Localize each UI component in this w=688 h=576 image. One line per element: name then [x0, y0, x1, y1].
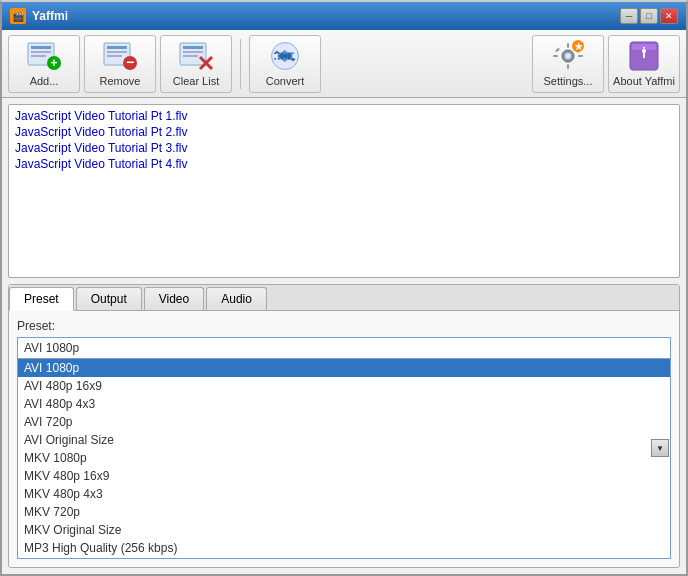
- clear-list-label: Clear List: [173, 75, 219, 87]
- dropdown-item[interactable]: AVI 480p 16x9: [18, 377, 670, 395]
- svg-rect-8: [107, 51, 127, 53]
- dropdown-item[interactable]: AVI 1080p: [18, 359, 670, 377]
- tab-preset[interactable]: Preset: [9, 287, 74, 311]
- svg-rect-28: [553, 55, 558, 57]
- dropdown-item[interactable]: MKV Original Size: [18, 521, 670, 539]
- dropdown-item[interactable]: AVI 480p 4x3: [18, 395, 670, 413]
- list-item: JavaScript Video Tutorial Pt 4.flv: [12, 156, 676, 172]
- tab-video[interactable]: Video: [144, 287, 204, 310]
- app-icon: 🎬: [10, 8, 26, 24]
- list-item: JavaScript Video Tutorial Pt 1.flv: [12, 108, 676, 124]
- tab-bar: Preset Output Video Audio: [9, 285, 679, 311]
- svg-rect-27: [567, 64, 569, 69]
- about-label: About Yaffmi: [613, 75, 675, 87]
- dropdown-item[interactable]: MKV 720p: [18, 503, 670, 521]
- preset-panel: Preset Output Video Audio Preset: AVI 10…: [8, 284, 680, 568]
- svg-rect-7: [107, 46, 127, 49]
- preset-label: Preset:: [17, 319, 671, 333]
- remove-icon-area: −: [102, 40, 138, 72]
- dropdown-item[interactable]: MP3 Low Quality (64 kbps): [18, 557, 670, 559]
- dropdown-item[interactable]: MKV 480p 4x3: [18, 485, 670, 503]
- svg-point-25: [565, 53, 571, 59]
- file-list-container[interactable]: JavaScript Video Tutorial Pt 1.flv JavaS…: [8, 104, 680, 278]
- remove-label: Remove: [100, 75, 141, 87]
- dropdown-arrow-icon: ▼: [651, 439, 669, 457]
- dropdown-item[interactable]: MP3 High Quality (256 kbps): [18, 539, 670, 557]
- dropdown-item[interactable]: MKV 1080p: [18, 449, 670, 467]
- svg-rect-26: [567, 43, 569, 48]
- svg-rect-13: [183, 46, 203, 49]
- preset-content: Preset: AVI 1080p ▼ AVI 1080p AVI 480p 1…: [9, 311, 679, 567]
- svg-rect-2: [31, 51, 51, 53]
- tab-audio[interactable]: Audio: [206, 287, 267, 310]
- svg-rect-1: [31, 46, 51, 49]
- main-content: JavaScript Video Tutorial Pt 1.flv JavaS…: [2, 98, 686, 574]
- preset-dropdown-wrapper: AVI 1080p ▼ AVI 1080p AVI 480p 16x9 AVI …: [17, 337, 671, 559]
- settings-label: Settings...: [544, 75, 593, 87]
- settings-icon-area: ★: [550, 40, 586, 72]
- title-buttons: ─ □ ✕: [620, 8, 678, 24]
- add-label: Add...: [30, 75, 59, 87]
- list-item: JavaScript Video Tutorial Pt 3.flv: [12, 140, 676, 156]
- dropdown-list[interactable]: AVI 1080p AVI 480p 16x9 AVI 480p 4x3 AVI…: [17, 359, 671, 559]
- tab-output[interactable]: Output: [76, 287, 142, 310]
- minimize-button[interactable]: ─: [620, 8, 638, 24]
- clear-list-icon-area: [178, 40, 214, 72]
- maximize-button[interactable]: □: [640, 8, 658, 24]
- add-button[interactable]: + Add...: [8, 35, 80, 93]
- list-item: JavaScript Video Tutorial Pt 2.flv: [12, 124, 676, 140]
- preset-selected-value: AVI 1080p: [24, 341, 79, 355]
- remove-icon: −: [102, 41, 138, 71]
- settings-icon: ★: [550, 40, 586, 72]
- remove-button[interactable]: − Remove: [84, 35, 156, 93]
- main-window: 🎬 Yaffmi ─ □ ✕ + Add...: [0, 0, 688, 576]
- svg-rect-3: [31, 55, 46, 57]
- add-icon: +: [26, 41, 62, 71]
- convert-icon-area: [267, 40, 303, 72]
- convert-button[interactable]: Convert: [249, 35, 321, 93]
- svg-rect-29: [578, 55, 583, 57]
- svg-rect-9: [107, 55, 122, 57]
- svg-point-37: [642, 49, 646, 53]
- about-icon: i: [626, 40, 662, 72]
- settings-button[interactable]: ★ Settings...: [532, 35, 604, 93]
- separator-1: [240, 39, 241, 89]
- svg-rect-15: [183, 55, 198, 57]
- toolbar: + Add... − Remove: [2, 30, 686, 98]
- close-button[interactable]: ✕: [660, 8, 678, 24]
- add-icon-area: +: [26, 40, 62, 72]
- about-icon-area: i: [626, 40, 662, 72]
- svg-rect-14: [183, 51, 203, 53]
- convert-icon: [267, 39, 303, 73]
- preset-dropdown-selected[interactable]: AVI 1080p ▼: [17, 337, 671, 359]
- clear-list-button[interactable]: Clear List: [160, 35, 232, 93]
- title-bar-left: 🎬 Yaffmi: [10, 8, 68, 24]
- clear-list-icon: [178, 41, 214, 71]
- dropdown-item[interactable]: AVI 720p: [18, 413, 670, 431]
- svg-text:+: +: [50, 56, 57, 70]
- window-title: Yaffmi: [32, 9, 68, 23]
- about-button[interactable]: i About Yaffmi: [608, 35, 680, 93]
- dropdown-item[interactable]: MKV 480p 16x9: [18, 467, 670, 485]
- svg-text:★: ★: [574, 41, 584, 52]
- dropdown-item[interactable]: AVI Original Size: [18, 431, 670, 449]
- svg-rect-30: [555, 48, 560, 53]
- title-bar: 🎬 Yaffmi ─ □ ✕: [2, 2, 686, 30]
- convert-label: Convert: [266, 75, 305, 87]
- svg-text:−: −: [126, 54, 134, 70]
